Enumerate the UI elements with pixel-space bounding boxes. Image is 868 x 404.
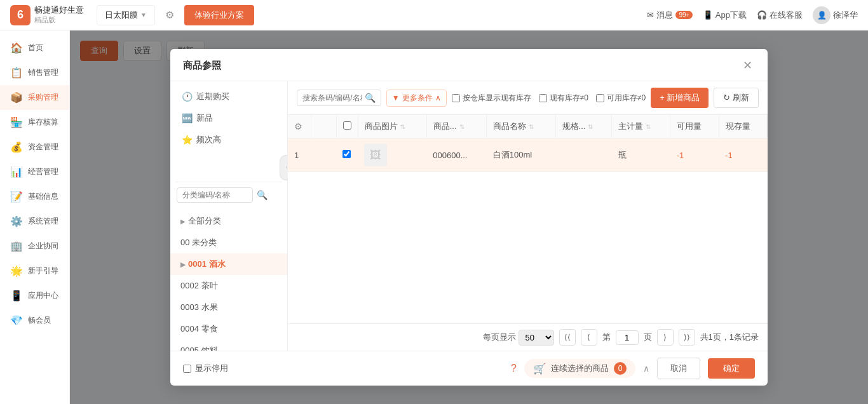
user-button[interactable]: 👤 徐泽华 xyxy=(813,6,858,24)
sort-unit-icon[interactable]: ⇅ xyxy=(646,123,651,130)
add-product-button[interactable]: + 新增商品 xyxy=(651,88,709,108)
category-item-all[interactable]: ▶ 全部分类 xyxy=(170,210,287,232)
td-spec xyxy=(555,138,612,172)
checkbox-usable-label[interactable]: 可用库存≠0 xyxy=(596,93,646,104)
cart-collapse-icon[interactable]: ∧ xyxy=(643,363,649,374)
th-unit[interactable]: 主计量⇅ xyxy=(612,115,670,138)
help-icon[interactable]: ? xyxy=(511,363,517,374)
confirm-button[interactable]: 确定 xyxy=(708,358,755,379)
avatar: 👤 xyxy=(813,6,831,24)
cart-count: 0 xyxy=(614,362,627,375)
filter-label: 更多条件 xyxy=(402,93,433,104)
sidebar-item-system[interactable]: ⚙️ 系统管理 xyxy=(0,209,69,234)
th-code[interactable]: 商品...⇅ xyxy=(426,115,487,138)
category-label-0002: 0002 茶叶 xyxy=(180,280,218,292)
select-all-checkbox[interactable] xyxy=(343,121,351,130)
checkbox-avail[interactable] xyxy=(539,94,547,102)
sidebar-item-purchase[interactable]: 📦 采购管理 xyxy=(0,85,69,110)
quick-label-frequent: 频次高 xyxy=(196,134,221,145)
settings-icon[interactable]: ⚙ xyxy=(163,6,177,24)
quick-label-recent: 近期购买 xyxy=(196,91,229,102)
search-bar-actions: + 新增商品 ↻ 刷新 xyxy=(651,88,759,108)
experience-button[interactable]: 体验行业方案 xyxy=(184,5,254,25)
sidebar-item-apps[interactable]: 📱 应用中心 xyxy=(0,283,69,308)
category-item-0004[interactable]: 0004 零食 xyxy=(170,318,287,340)
th-check[interactable] xyxy=(336,115,358,138)
more-filters-button[interactable]: ▼ 更多条件 ∧ xyxy=(386,90,447,107)
sort-name-icon[interactable]: ⇅ xyxy=(529,123,534,130)
td-img: 🖼 xyxy=(358,138,426,172)
refresh-button[interactable]: ↻ 刷新 xyxy=(714,88,759,108)
app-download-button[interactable]: 📱 App下载 xyxy=(703,10,747,21)
table-row[interactable]: 1 🖼 000600... 白酒100ml xyxy=(288,138,768,172)
checkbox-stock[interactable] xyxy=(452,94,460,102)
sidebar-item-sales[interactable]: 📋 销售管理 xyxy=(0,60,69,85)
sidebar-label-member: 畅会员 xyxy=(28,315,51,326)
sidebar-item-guide[interactable]: 🌟 新手引导 xyxy=(0,259,69,283)
modal-close-button[interactable]: ✕ xyxy=(740,58,755,73)
th-name[interactable]: 商品名称⇅ xyxy=(487,115,555,138)
product-search-icon[interactable]: 🔍 xyxy=(365,93,376,103)
cart-text: 连续选择的商品 xyxy=(551,363,609,374)
category-label-0004: 0004 零食 xyxy=(180,323,218,335)
page-last-button[interactable]: ⟩⟩ xyxy=(679,329,695,346)
category-label-0005: 0005 饮料 xyxy=(180,345,218,351)
sort-spec-icon[interactable]: ⇅ xyxy=(588,123,593,130)
sidebar-item-operation[interactable]: 📊 经营管理 xyxy=(0,159,69,184)
cancel-button[interactable]: 取消 xyxy=(657,358,700,379)
sidebar-label-home: 首页 xyxy=(28,43,43,53)
column-settings-icon[interactable]: ⚙ xyxy=(294,121,302,131)
sidebar-label-operation: 经营管理 xyxy=(28,166,58,177)
sidebar-item-enterprise[interactable]: 🏢 企业协同 xyxy=(0,234,69,259)
category-expand-0001: ▶ xyxy=(180,261,186,268)
product-table: ⚙ 商品图片⇅ 商品...⇅ xyxy=(288,115,768,172)
td-check[interactable] xyxy=(336,138,358,172)
sort-code-icon[interactable]: ⇅ xyxy=(459,123,465,130)
page-first-button[interactable]: ⟨⟨ xyxy=(559,329,576,346)
th-no xyxy=(311,115,336,138)
modal-body: 🕐 近期购买 🆕 新品 ⭐ 频次高 xyxy=(170,81,768,351)
sidebar-item-finance[interactable]: 💰 资金管理 xyxy=(0,135,69,159)
sidebar-item-home[interactable]: 🏠 首页 xyxy=(0,36,69,60)
quick-item-new[interactable]: 🆕 新品 xyxy=(175,108,282,128)
category-item-0005[interactable]: 0005 饮料 xyxy=(170,340,287,351)
product-search-input[interactable] xyxy=(302,93,362,102)
modal-title: 商品参照 xyxy=(183,60,221,72)
checkbox-usable[interactable] xyxy=(596,94,604,102)
page-next-button[interactable]: ⟩ xyxy=(657,329,674,346)
filter-checkboxes: 按仓库显示现有库存 现有库存≠0 可用库存≠0 xyxy=(452,93,646,104)
category-item-0002[interactable]: 0002 茶叶 xyxy=(170,275,287,297)
category-item-0001[interactable]: ▶ 0001 酒水 xyxy=(170,253,287,275)
category-item-0003[interactable]: 0003 水果 xyxy=(170,297,287,318)
modal-footer: 显示停用 ? 🛒 连续选择的商品 0 ∧ 取消 确定 xyxy=(170,351,768,386)
per-page-select[interactable]: 50 10 20 100 xyxy=(519,330,554,346)
store-selector[interactable]: 日太阳膜 ▼ xyxy=(97,5,155,25)
category-item-00[interactable]: 00 未分类 xyxy=(170,232,287,253)
page-prev-button[interactable]: ⟨ xyxy=(581,329,597,346)
sidebar-item-inventory[interactable]: 🏪 库存核算 xyxy=(0,110,69,135)
sidebar-item-member[interactable]: 💎 畅会员 xyxy=(0,308,69,333)
category-search-input[interactable] xyxy=(177,187,253,203)
show-disabled-text: 显示停用 xyxy=(195,363,228,374)
panel-collapse-button[interactable]: 《 xyxy=(280,155,288,180)
quick-item-recent[interactable]: 🕐 近期购买 xyxy=(175,86,282,107)
message-button[interactable]: ✉ 消息 99+ xyxy=(647,10,692,21)
app-download-label: App下载 xyxy=(715,10,747,21)
checkbox-avail-label[interactable]: 现有库存≠0 xyxy=(539,93,588,104)
service-button[interactable]: 🎧 在线客服 xyxy=(757,10,803,21)
checkbox-avail-text: 现有库存≠0 xyxy=(550,93,588,104)
message-icon: ✉ xyxy=(647,10,654,20)
sort-img-icon[interactable]: ⇅ xyxy=(400,123,405,130)
page-number-input[interactable] xyxy=(616,330,639,345)
show-disabled-label[interactable]: 显示停用 xyxy=(183,363,228,374)
quick-item-frequent[interactable]: ⭐ 频次高 xyxy=(175,130,282,150)
th-img[interactable]: 商品图片⇅ xyxy=(358,115,426,138)
sidebar-item-basic[interactable]: 📝 基础信息 xyxy=(0,184,69,209)
th-gear[interactable]: ⚙ xyxy=(288,115,311,138)
row-checkbox[interactable] xyxy=(342,150,351,158)
cart-icon: 🛒 xyxy=(533,363,546,375)
th-spec[interactable]: 规格...⇅ xyxy=(555,115,612,138)
show-disabled-checkbox[interactable] xyxy=(183,365,191,373)
checkbox-stock-label[interactable]: 按仓库显示现有库存 xyxy=(452,93,531,104)
category-search-icon[interactable]: 🔍 xyxy=(257,190,268,200)
